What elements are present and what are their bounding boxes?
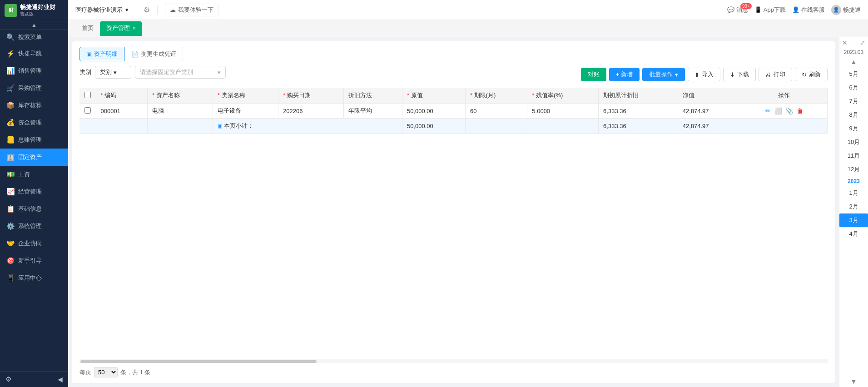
year-2023-label: 2023: [839, 176, 868, 186]
month-2[interactable]: 2月: [839, 200, 868, 213]
th-original-value: * 原值: [402, 88, 465, 104]
sidebar-footer: ⚙ ◀: [0, 371, 68, 387]
sidebar-item-purchase[interactable]: 🛒 采购管理: [0, 79, 68, 97]
sidebar-item-fixed-assets[interactable]: 🏢 固定资产: [0, 149, 68, 166]
th-operations: 操作: [741, 88, 827, 104]
content-area: ▣ 资产明细 📄 变更生成凭证 类别 类别 ▾ 请选择固定资产类: [72, 41, 835, 383]
month-1[interactable]: 1月: [839, 186, 868, 200]
asset-table-wrap: * 编码 * 资产名称 * 类别名称 * 购买日期 折旧方法 * 原值 * 期限…: [79, 88, 828, 359]
month-6[interactable]: 6月: [839, 81, 868, 94]
month-10[interactable]: 10月: [839, 135, 868, 149]
th-asset-name: * 资产名称: [148, 88, 213, 104]
reconcile-button[interactable]: 对账: [581, 68, 606, 81]
right-panel-close-icon[interactable]: ✕: [842, 39, 848, 46]
collapse-button[interactable]: ◀: [58, 376, 63, 383]
asset-detail-label: 资产明细: [94, 50, 118, 58]
attachment-button[interactable]: 📎: [785, 107, 793, 114]
horizontal-scrollbar[interactable]: [79, 359, 828, 363]
sidebar-item-search[interactable]: 🔍 搜索菜单: [0, 30, 68, 45]
copy-button[interactable]: ⬜: [774, 107, 782, 114]
td-subtotal-label: ▣ 本页小计：: [213, 119, 402, 134]
basic-info-icon: 📋: [6, 205, 15, 213]
right-panel-expand-icon[interactable]: ⤢: [860, 39, 865, 46]
sidebar-item-label-operations: 经营管理: [18, 188, 42, 196]
th-depreciation-method: 折旧方法: [344, 88, 402, 104]
app-download-button[interactable]: 📱 App下载: [754, 6, 786, 14]
down-arrow-button[interactable]: ▼: [851, 378, 857, 385]
online-service-button[interactable]: 👤 在线客服: [792, 6, 825, 14]
category-type-select[interactable]: 类别 ▾: [95, 66, 131, 79]
month-4[interactable]: 4月: [839, 227, 868, 241]
month-3-current[interactable]: 3月: [839, 213, 868, 227]
sidebar-item-capital[interactable]: 💰 资金管理: [0, 114, 68, 131]
row-checkbox[interactable]: [84, 107, 91, 114]
search-icon: 🔍: [6, 33, 15, 41]
sidebar-item-guide[interactable]: 🎯 新手引导: [0, 252, 68, 269]
company-selector[interactable]: 医疗器械行业演示 ▾: [75, 6, 129, 14]
category-label: 类别: [79, 68, 91, 76]
ledger-icon: 📒: [6, 136, 15, 144]
cat-required: *: [218, 92, 220, 99]
td-purchase-date: 202206: [278, 104, 344, 119]
tab-asset-management[interactable]: 资产管理 ×: [100, 21, 142, 36]
month-11[interactable]: 11月: [839, 149, 868, 163]
month-9[interactable]: 9月: [839, 122, 868, 135]
asset-detail-icon: ▣: [86, 51, 92, 58]
message-badge: 99+: [740, 3, 752, 9]
td-code: 000001: [96, 104, 148, 119]
refresh-button[interactable]: ↻ 刷新: [795, 68, 828, 81]
sub-tab-change-voucher[interactable]: 📄 变更生成凭证: [124, 47, 183, 61]
download-label: 下载: [737, 70, 749, 79]
download-button[interactable]: ⬇ 下载: [723, 68, 756, 81]
service-icon: 👤: [792, 6, 799, 13]
tab-close-icon[interactable]: ×: [133, 25, 135, 31]
scroll-thumb[interactable]: [80, 360, 317, 363]
edit-button[interactable]: ✏: [765, 107, 771, 114]
sidebar-item-enterprise[interactable]: 🤝 企业协同: [0, 235, 68, 252]
sub-tab-asset-detail[interactable]: ▣ 资产明细: [79, 47, 124, 61]
td-depreciation-method: 年限平均: [344, 104, 402, 119]
inventory-icon: 📦: [6, 101, 15, 109]
settings-gear-icon[interactable]: ⚙: [144, 5, 150, 14]
delete-button[interactable]: 🗑: [797, 107, 803, 114]
sidebar-item-basic-info[interactable]: 📋 基础信息: [0, 200, 68, 218]
sidebar-item-label-ledger: 总账管理: [18, 136, 42, 144]
experience-button[interactable]: ☁ 我要体验一下: [165, 4, 218, 16]
tab-home[interactable]: 首页: [75, 21, 100, 36]
new-button[interactable]: + 新增: [609, 68, 640, 81]
cloud-icon: ☁: [170, 6, 176, 13]
company-name: 医疗器械行业演示: [75, 6, 123, 14]
sidebar-item-sales[interactable]: 📊 销售管理: [0, 62, 68, 79]
sidebar-item-ledger[interactable]: 📒 总账管理: [0, 131, 68, 149]
sidebar-item-quick-nav[interactable]: ⚡ 快捷导航: [0, 45, 68, 62]
sidebar-item-salary[interactable]: 💵 工资: [0, 166, 68, 183]
up-arrow-button[interactable]: ▲: [851, 58, 857, 65]
sidebar-item-inventory[interactable]: 📦 库存核算: [0, 97, 68, 114]
change-voucher-icon: 📄: [131, 51, 139, 58]
select-all-checkbox[interactable]: [84, 92, 91, 98]
import-button[interactable]: ⬆ 导入: [688, 68, 720, 81]
main-area: 医疗器械行业演示 ▾ ⚙ ☁ 我要体验一下 💬 消息 99+ 📱 App下载 👤…: [68, 0, 868, 387]
sidebar: 财 畅捷通好业财 普及版 ▲ 🔍 搜索菜单 ⚡ 快捷导航 📊 销售管理 🛒 采购…: [0, 0, 68, 387]
new-label: + 新增: [616, 70, 633, 79]
sidebar-item-label-inventory: 库存核算: [18, 101, 42, 109]
sidebar-item-system[interactable]: ⚙️ 系统管理: [0, 218, 68, 235]
sidebar-scroll-area: 🔍 搜索菜单 ⚡ 快捷导航 📊 销售管理 🛒 采购管理 📦 库存核算 💰 资金管…: [0, 30, 68, 371]
th-residual-rate: * 残值率(%): [527, 88, 599, 104]
month-8[interactable]: 8月: [839, 108, 868, 122]
total-label: 条，共 1 条: [120, 368, 150, 377]
message-button[interactable]: 💬 消息 99+: [727, 6, 748, 14]
month-5[interactable]: 5月: [839, 67, 868, 81]
batch-ops-button[interactable]: 批量操作 ▾: [642, 68, 685, 81]
sidebar-scroll-up[interactable]: ▲: [30, 21, 38, 29]
sidebar-item-app-center[interactable]: 📱 应用中心: [0, 269, 68, 287]
category-main-select[interactable]: 请选择固定资产类别 ▾: [135, 66, 226, 79]
month-7[interactable]: 7月: [839, 94, 868, 108]
sidebar-item-operations[interactable]: 📈 经营管理: [0, 183, 68, 200]
print-button[interactable]: 🖨 打印: [759, 68, 792, 81]
settings-icon[interactable]: ⚙: [5, 375, 11, 383]
per-page-select[interactable]: 50 10 20 100: [94, 367, 118, 377]
user-profile-button[interactable]: 👤 畅捷通: [831, 5, 861, 15]
tabs-bar: 首页 资产管理 ×: [68, 20, 868, 37]
month-12[interactable]: 12月: [839, 163, 868, 176]
